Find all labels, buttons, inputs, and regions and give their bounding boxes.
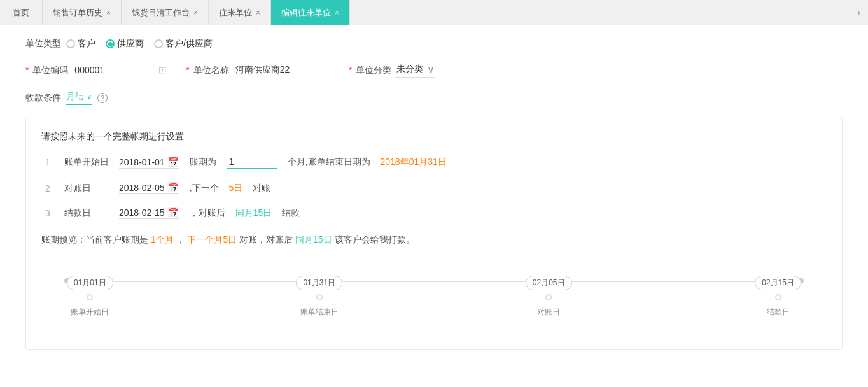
node-dot-1 <box>87 294 93 300</box>
settings-panel: 请按照未来的一个完整帐期进行设置 1 账单开始日 2018-01-01 📅 账期… <box>25 118 843 350</box>
tab-home-label: 首页 <box>13 7 29 18</box>
step2-desc-prefix: ,下一个 <box>190 183 219 194</box>
unit-code-input-wrap: ⊡ <box>73 62 167 78</box>
node-label-bottom-2: 账单结束日 <box>300 307 339 318</box>
required-star: * <box>186 65 189 75</box>
tab-expand-button[interactable]: › <box>850 7 868 18</box>
radio-supplier-label: 供应商 <box>117 38 144 50</box>
radio-circle-supplier <box>106 39 115 48</box>
step1-date-input-wrap: 2018-01-01 📅 <box>119 157 179 169</box>
unit-type-label: 单位类型 <box>25 38 61 50</box>
tab-label: 销售订单历史 <box>53 7 102 18</box>
calendar-icon-step3[interactable]: 📅 <box>167 207 179 218</box>
payment-condition-value: 月结 <box>66 91 84 102</box>
calendar-icon-step1[interactable]: 📅 <box>167 157 179 168</box>
preview-p1: 1个月 <box>151 234 174 244</box>
copy-icon[interactable]: ⊡ <box>158 64 167 76</box>
payment-condition-select[interactable]: 月结 ∨ <box>66 91 92 105</box>
tab-label: 编辑往来单位 <box>281 7 331 18</box>
unit-info-row: * 单位编码 ⊡ * 单位名称 * 单位分类 未分类 ∨ <box>25 62 843 78</box>
timeline-node-1: 01月01日 账单开始日 <box>67 276 113 318</box>
unit-name-label: * 单位名称 <box>186 65 228 76</box>
radio-group-unit-type: 客户 供应商 客户/供应商 <box>66 38 213 50</box>
unit-classify-label: * 单位分类 <box>349 65 391 76</box>
timeline-node-2: 01月31日 账单结束日 <box>296 276 342 318</box>
unit-code-group: * 单位编码 ⊡ <box>25 62 167 78</box>
close-icon[interactable]: × <box>335 8 339 17</box>
unit-name-input[interactable] <box>234 62 330 78</box>
step2-date-display: 2018-02-05 <box>119 183 165 193</box>
step3-date-display: 2018-02-15 <box>119 208 165 218</box>
step3-desc-highlight: 同月15日 <box>235 208 272 219</box>
node-label-bottom-4: 结款日 <box>767 307 790 318</box>
node-label-bottom-3: 对账日 <box>537 307 560 318</box>
step1-end-date: 2018年01月31日 <box>381 157 447 168</box>
timeline: 01月01日 账单开始日 01月31日 账单结束日 02月05日 对账日 02月… <box>41 263 827 337</box>
unit-type-row: 单位类型 客户 供应商 客户/供应商 <box>25 38 843 50</box>
required-star: * <box>349 65 352 75</box>
step-num-1: 1 <box>41 157 54 167</box>
step-label-1: 账单开始日 <box>64 157 109 168</box>
step-row-1: 1 账单开始日 2018-01-01 📅 账期为 个月,账单结束日期为 2018… <box>41 155 827 169</box>
step-num-3: 3 <box>41 208 54 218</box>
radio-circle-customer <box>66 39 75 48</box>
preview-prefix: 账期预览：当前客户账期是 <box>41 234 148 244</box>
payment-condition-group: 收款条件 月结 ∨ ? <box>25 91 108 105</box>
step-num-2: 2 <box>41 183 54 194</box>
unit-name-group: * 单位名称 <box>186 62 329 78</box>
step2-date-input-wrap: 2018-02-05 📅 <box>119 182 179 194</box>
payment-condition-chevron-icon: ∨ <box>87 92 92 101</box>
step-row-2: 2 对账日 2018-02-05 📅 ,下一个 5日 对账 <box>41 182 827 194</box>
close-icon[interactable]: × <box>256 8 260 17</box>
month-input[interactable] <box>227 155 277 169</box>
unit-classify-select[interactable]: 未分类 ∨ <box>396 64 435 78</box>
node-label-top-2: 01月31日 <box>296 276 342 290</box>
tab-home[interactable]: 首页 <box>0 0 43 25</box>
unit-classify-group: * 单位分类 未分类 ∨ <box>349 64 435 78</box>
preview-p2: 下一个月5日 <box>187 234 237 244</box>
unit-code-label: * 单位编码 <box>25 65 68 76</box>
node-dot-4 <box>775 294 781 300</box>
panel-title: 请按照未来的一个完整帐期进行设置 <box>41 131 827 143</box>
help-icon[interactable]: ? <box>97 93 108 103</box>
main-content: 单位类型 客户 供应商 客户/供应商 * 单位编码 <box>0 25 868 387</box>
step3-desc-prefix: ，对账后 <box>190 208 225 219</box>
calendar-icon-step2[interactable]: 📅 <box>167 182 179 194</box>
node-label-bottom-1: 账单开始日 <box>71 307 109 318</box>
node-label-top-4: 02月15日 <box>755 276 801 290</box>
step-label-3: 结款日 <box>64 208 109 219</box>
tab-label: 往来单位 <box>219 7 252 18</box>
unit-code-input[interactable] <box>73 62 156 78</box>
payment-condition-label: 收款条件 <box>25 92 61 104</box>
timeline-node-4: 02月15日 结款日 <box>755 276 801 318</box>
unit-classify-value: 未分类 <box>396 64 423 75</box>
radio-both[interactable]: 客户/供应商 <box>154 38 213 50</box>
radio-customer[interactable]: 客户 <box>66 38 95 50</box>
node-dot-3 <box>545 294 552 300</box>
tab-bar: 首页 销售订单历史 × 钱货日清工作台 × 往来单位 × 编辑往来单位 × › <box>0 0 868 25</box>
step2-desc-suffix: 对账 <box>253 183 270 194</box>
tab-edit-counterparty[interactable]: 编辑往来单位 × <box>271 0 350 25</box>
timeline-nodes: 01月01日 账单开始日 01月31日 账单结束日 02月05日 对账日 02月… <box>67 276 801 318</box>
unit-classify-chevron-icon: ∨ <box>427 64 435 76</box>
step1-suffix: 账期为 <box>190 157 216 168</box>
radio-customer-label: 客户 <box>78 38 95 50</box>
required-star: * <box>25 65 29 75</box>
radio-supplier[interactable]: 供应商 <box>106 38 144 50</box>
step3-desc-suffix: 结款 <box>282 208 300 219</box>
preview-suffix: 该客户会给我打款。 <box>335 234 415 244</box>
step3-date-input-wrap: 2018-02-15 📅 <box>119 207 179 219</box>
preview-text: 账期预览：当前客户账期是 1个月 ， 下一个月5日 对账，对账后 同月15日 该… <box>41 232 827 248</box>
close-icon[interactable]: × <box>106 8 111 17</box>
tab-sales-order-history[interactable]: 销售订单历史 × <box>43 0 122 25</box>
tab-cash-ledger[interactable]: 钱货日清工作台 × <box>122 0 209 25</box>
close-icon[interactable]: × <box>193 8 198 17</box>
step2-desc-highlight: 5日 <box>229 183 243 194</box>
tab-label: 钱货日清工作台 <box>132 7 190 18</box>
step-row-3: 3 结款日 2018-02-15 📅 ，对账后 同月15日 结款 <box>41 207 827 219</box>
step-label-2: 对账日 <box>64 183 109 194</box>
payment-condition-row: 收款条件 月结 ∨ ? <box>25 91 843 105</box>
tab-counterparty[interactable]: 往来单位 × <box>209 0 271 25</box>
preview-mid2: 对账，对账后 <box>239 234 293 244</box>
step1-month-unit: 个月,账单结束日期为 <box>288 157 370 168</box>
